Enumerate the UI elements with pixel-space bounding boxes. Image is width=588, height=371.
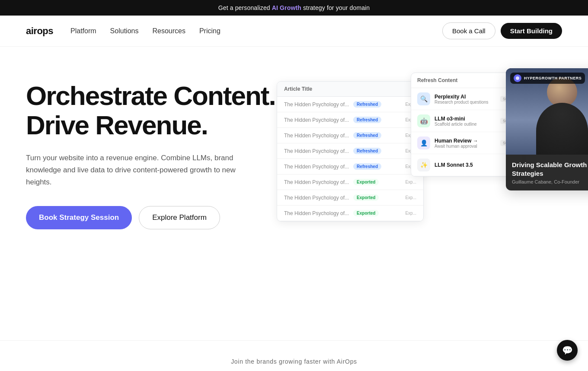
refresh-badge: Refreshed — [353, 132, 381, 139]
table-row: The Hidden Psychology of... Refreshed Ex… — [277, 97, 423, 112]
llm-icon: 🤖 — [417, 114, 430, 127]
start-building-button[interactable]: Start Building — [501, 23, 562, 39]
hero-content: Orchestrate Content. Drive Revenue. Turn… — [26, 81, 294, 229]
perplexity-icon: 🔍 — [417, 92, 430, 105]
chat-icon: 💬 — [562, 345, 573, 355]
video-logo-text: HYPERGROWTH partners — [524, 76, 582, 80]
exported-badge: Exported — [353, 194, 379, 201]
workflow-info-4: LLM Sonnet 3.5 — [435, 162, 517, 168]
workflow-info-1: Perplexity AI Research product questions — [435, 94, 496, 105]
video-info: Driving Scalable Growth Strategies Guill… — [506, 155, 588, 190]
nav-links: Platform Solutions Resources Pricing — [70, 27, 220, 35]
video-logo-badge: HYPERGROWTH partners — [510, 73, 585, 84]
explore-platform-button[interactable]: Explore Platform — [139, 206, 220, 229]
nav-right: Book a Call Start Building — [442, 22, 562, 39]
workflow-info-2: LLM o3-mini Scaffold article outline — [435, 116, 496, 127]
workflow-info-3: Human Review → Await human approval — [435, 138, 496, 149]
hero-description: Turn your website into a revenue engine.… — [26, 152, 242, 188]
article-table-panel: Article Title The Hidden Psychology of..… — [277, 81, 424, 222]
top-banner: Get a personalized AI Growth strategy fo… — [0, 0, 588, 16]
table-row: The Hidden Psychology of... Refreshed Ex… — [277, 128, 423, 143]
refresh-badge: Refreshed — [353, 163, 381, 170]
workflow-sub-3: Await human approval — [435, 144, 496, 149]
logo[interactable]: airops — [26, 25, 53, 37]
nav-item-solutions[interactable]: Solutions — [110, 27, 139, 35]
workflow-title-3: Human Review → — [435, 138, 496, 144]
video-card[interactable]: HYPERGROWTH partners Driving Scalable Gr… — [506, 68, 588, 190]
navbar: airops Platform Solutions Resources Pric… — [0, 16, 588, 47]
video-thumbnail: HYPERGROWTH partners — [506, 68, 588, 155]
book-call-button[interactable]: Book a Call — [442, 22, 495, 39]
chat-button[interactable]: 💬 — [557, 340, 578, 361]
table-row: The Hidden Psychology of... Refreshed Ex… — [277, 159, 423, 174]
workflow-sub-2: Scaffold article outline — [435, 122, 496, 127]
nav-left: airops Platform Solutions Resources Pric… — [26, 25, 220, 37]
brands-section: Join the brands growing faster with AirO… — [0, 340, 588, 371]
video-card-subtitle: Guillaume Cabane, Co-Founder — [512, 179, 588, 184]
hero-buttons: Book Strategy Session Explore Platform — [26, 206, 294, 229]
brands-label: Join the brands growing faster with AirO… — [26, 358, 562, 365]
hero-visuals: Article Title The Hidden Psychology of..… — [277, 64, 588, 332]
exported-badge: Exported — [353, 179, 379, 185]
nav-item-platform[interactable]: Platform — [70, 27, 96, 35]
workflow-title-2: LLM o3-mini — [435, 116, 496, 122]
workflow-title-4: LLM Sonnet 3.5 — [435, 162, 517, 168]
table-row: The Hidden Psychology of... Refreshed Ex… — [277, 112, 423, 128]
hero-title: Orchestrate Content. Drive Revenue. — [26, 81, 294, 140]
refresh-badge: Refreshed — [353, 101, 381, 108]
table-row: The Hidden Psychology of... Exported Exp… — [277, 174, 423, 190]
workflow-title-1: Perplexity AI — [435, 94, 496, 100]
table-row: The Hidden Psychology of... Exported Exp… — [277, 206, 423, 221]
nav-link-resources[interactable]: Resources — [152, 27, 185, 35]
refresh-badge: Refreshed — [353, 148, 381, 154]
refresh-badge: Refreshed — [353, 117, 381, 123]
workflow-sub-1: Research product questions — [435, 100, 496, 105]
nav-link-platform[interactable]: Platform — [70, 27, 96, 35]
table-row: The Hidden Psychology of... Refreshed Ex… — [277, 143, 423, 159]
nav-item-pricing[interactable]: Pricing — [199, 27, 220, 35]
article-table-header: Article Title — [277, 82, 423, 97]
exported-badge: Exported — [353, 210, 379, 216]
hero-section: Orchestrate Content. Drive Revenue. Turn… — [0, 47, 588, 340]
svg-point-0 — [516, 76, 519, 80]
hypergrowth-icon — [514, 74, 521, 82]
ai-icon: ✨ — [417, 159, 430, 171]
table-row: The Hidden Psychology of... Exported Exp… — [277, 190, 423, 206]
video-card-title: Driving Scalable Growth Strategies — [512, 161, 588, 178]
nav-link-pricing[interactable]: Pricing — [199, 27, 220, 35]
nav-link-solutions[interactable]: Solutions — [110, 27, 139, 35]
book-strategy-button[interactable]: Book Strategy Session — [26, 206, 132, 229]
nav-item-resources[interactable]: Resources — [152, 27, 185, 35]
banner-text: Get a personalized AI Growth strategy fo… — [218, 4, 370, 11]
human-icon: 👤 — [417, 136, 430, 149]
